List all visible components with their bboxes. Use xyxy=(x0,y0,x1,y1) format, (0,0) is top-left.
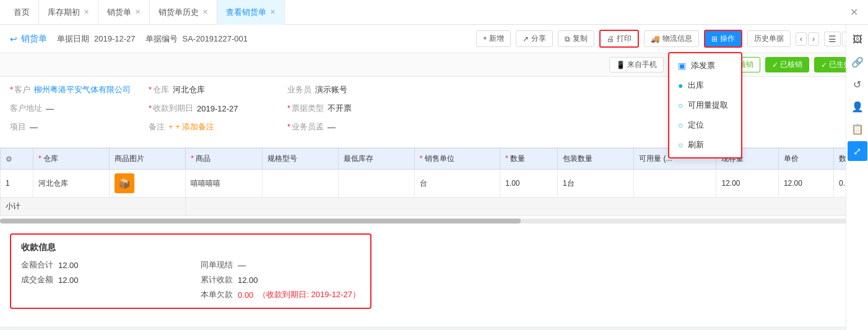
tab-home[interactable]: 首页 xyxy=(5,0,39,25)
col-warehouse: * 仓库 xyxy=(33,149,110,170)
add-invoice-label: 添发票 xyxy=(691,60,715,71)
tab-label-sales-history: 销货单历史 xyxy=(158,7,199,18)
date-value: 2019-12-27 xyxy=(94,34,136,43)
doc-title: 销货单 xyxy=(21,33,47,45)
staff-field: 业务员 演示账号 xyxy=(287,84,411,95)
number-label: 单据编号 xyxy=(145,33,178,45)
cell-available xyxy=(634,170,716,198)
spacer-item xyxy=(21,289,181,300)
settings-icon[interactable]: ⚙ xyxy=(6,155,12,163)
cumulative-value: 12.00 xyxy=(238,276,258,285)
next-button[interactable]: › xyxy=(808,32,819,46)
total-amount-item: 金额合计 12.00 xyxy=(21,259,181,271)
date-label: 单据日期 xyxy=(57,33,89,45)
cell-current-stock: 12.00 xyxy=(716,170,778,198)
dropdown-available-qty[interactable]: ○ 可用量提取 xyxy=(669,95,741,115)
col-min-stock: 最低库存 xyxy=(338,149,414,170)
tab-inventory[interactable]: 库存期初 ✕ xyxy=(39,0,98,25)
dropdown-refresh[interactable]: ○ 刷新 xyxy=(669,135,741,155)
share-label: 分享 xyxy=(531,33,546,44)
cumulative-label: 累计收款 xyxy=(201,274,233,285)
cumulative-item: 累计收款 12.00 xyxy=(201,274,360,285)
sidebar-refresh-icon[interactable]: ↺ xyxy=(848,74,867,94)
tab-bar: 首页 库存期初 ✕ 销货单 ✕ 销货单历史 ✕ 查看销货单 ✕ ✕ xyxy=(0,0,868,25)
sold-button[interactable]: ✓ 已核销 xyxy=(765,57,809,72)
sales-staff-field: 业务员孟 — xyxy=(287,121,411,132)
tab-close-sales-history[interactable]: ✕ xyxy=(202,8,208,16)
logistics-button[interactable]: 🚚 物流信息 xyxy=(644,30,699,47)
project-label: 项目 xyxy=(10,121,26,132)
doc-icon: ↩ xyxy=(10,34,17,44)
sidebar-link-icon[interactable]: 🔗 xyxy=(848,52,867,72)
tab-sales[interactable]: 销货单 ✕ xyxy=(98,0,150,25)
tab-close-inventory[interactable]: ✕ xyxy=(84,8,89,16)
col-settings[interactable]: ⚙ xyxy=(1,149,33,170)
doc-number-label: 单据编号 SA-20191227-001 xyxy=(145,33,248,45)
customer-value[interactable]: 柳州粤港平安气体有限公司 xyxy=(34,84,131,95)
subtotal-label-cell: 小计 xyxy=(1,198,186,216)
outbound-label: 出库 xyxy=(688,80,704,91)
same-order-item: 同单现结 — xyxy=(201,259,360,271)
operations-button[interactable]: ⊞ 操作 xyxy=(704,30,742,48)
right-sidebar: 🖼 🔗 ↺ 👤 📋 ⤢ xyxy=(846,25,868,326)
sales-staff-label: 业务员孟 xyxy=(287,121,324,132)
payment-title: 收款信息 xyxy=(21,242,360,253)
payment-box: 收款信息 金额合计 12.00 同单现结 — 成交金额 12.00 累计收款 1… xyxy=(10,233,371,309)
share-button[interactable]: ↗ 分享 xyxy=(516,30,553,47)
tab-close-view-sales[interactable]: ✕ xyxy=(270,8,276,16)
transaction-amount-item: 成交金额 12.00 xyxy=(21,274,181,285)
cell-spec xyxy=(262,170,338,198)
nav-arrows: ‹ › xyxy=(796,32,819,46)
total-amount-label: 金额合计 xyxy=(21,259,53,271)
add-label: + 新增 xyxy=(483,33,504,44)
project-field: 项目 — xyxy=(10,121,134,132)
doc-header: ↩ 销货单 单据日期 2019-12-27 单据编号 SA-20191227-0… xyxy=(0,25,868,53)
list-view-button[interactable]: ☰ xyxy=(824,32,841,46)
prev-button[interactable]: ‹ xyxy=(796,32,807,46)
total-amount-value: 12.00 xyxy=(58,261,79,270)
cell-sales-unit: 台 xyxy=(414,170,500,198)
tab-label-home: 首页 xyxy=(14,7,30,18)
warehouse-field: 仓库 河北仓库 xyxy=(149,84,272,95)
tab-label-view-sales: 查看销货单 xyxy=(226,7,266,18)
due-date-field: 收款到期日 2019-12-27 xyxy=(149,103,272,114)
refresh-label: 刷新 xyxy=(688,139,704,150)
operations-label: 操作 xyxy=(720,33,735,44)
due-date-value: 2019-12-27 xyxy=(197,104,238,113)
tab-sales-history[interactable]: 销货单历史 ✕ xyxy=(150,0,217,25)
doc-date-label: 单据日期 2019-12-27 xyxy=(57,33,136,45)
dropdown-add-invoice[interactable]: ▣ 添发票 xyxy=(669,56,741,76)
history-button[interactable]: 历史单据 xyxy=(747,30,791,47)
invoice-type-label: 票据类型 xyxy=(287,103,324,114)
phone-button[interactable]: 📱 来自手机 xyxy=(609,57,664,72)
sidebar-user-icon[interactable]: 👤 xyxy=(848,97,867,116)
sidebar-image-icon[interactable]: 🖼 xyxy=(848,30,867,50)
address-value: — xyxy=(46,104,54,113)
print-button[interactable]: 🖨 打印 xyxy=(599,30,639,48)
window-close-button[interactable]: ✕ xyxy=(845,6,863,18)
sidebar-expand-icon[interactable]: ⤢ xyxy=(848,141,867,161)
product-img-icon: 📦 xyxy=(118,178,131,189)
subtotal-empty xyxy=(186,198,868,216)
current-due-item: 本单欠款 0.00 （收款到期日: 2019-12-27） xyxy=(201,289,360,300)
current-due-value: 0.00 xyxy=(238,290,253,300)
tab-close-sales[interactable]: ✕ xyxy=(135,8,141,16)
col-product-img: 商品图片 xyxy=(110,149,186,170)
dropdown-locate[interactable]: ○ 定位 xyxy=(669,115,741,135)
operations-dropdown-menu: ▣ 添发票 ● 出库 ○ 可用量提取 ○ 定位 xyxy=(668,52,742,158)
operations-dropdown-container: ⊞ 操作 ▣ 添发票 ● 出库 ○ 可用量提取 xyxy=(704,30,742,48)
table-row: 1 河北仓库 📦 嘻嘻嘻嘻 台 1.00 1台 12.00 12.0 xyxy=(1,170,868,198)
cell-pack-qty: 1台 xyxy=(558,170,634,198)
tab-view-sales[interactable]: 查看销货单 ✕ xyxy=(217,0,285,25)
logistics-label: 物流信息 xyxy=(662,33,692,44)
note-add-icon: + xyxy=(168,122,173,131)
note-add-label: + 添加备注 xyxy=(175,122,214,131)
sidebar-note-icon[interactable]: 📋 xyxy=(848,119,867,139)
add-button[interactable]: + 新增 xyxy=(476,30,511,47)
note-add-button[interactable]: + + 添加备注 xyxy=(168,121,214,132)
number-value: SA-20191227-001 xyxy=(183,34,248,43)
col-qty: * 数量 xyxy=(500,149,558,170)
copy-button[interactable]: ⧉ 复制 xyxy=(558,30,594,47)
table-scrollbar[interactable] xyxy=(0,219,868,224)
dropdown-outbound[interactable]: ● 出库 xyxy=(669,76,741,95)
